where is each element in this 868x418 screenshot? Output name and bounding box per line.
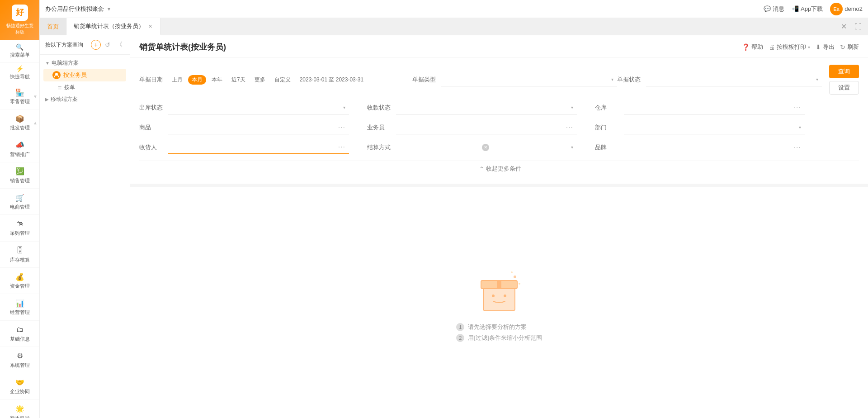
sidebar-item-system-label: 系统管理 (10, 362, 30, 368)
top-bar-dropdown-icon[interactable]: ▾ (108, 6, 110, 12)
logo-text: 畅捷通好生意 (6, 23, 33, 29)
svg-point-6 (511, 271, 513, 273)
sales-icon: 💹 (15, 167, 24, 176)
tab-home[interactable]: 首页 (40, 18, 66, 35)
staff-control[interactable]: ··· (396, 121, 577, 134)
warehouse-field: 仓库 ··· (595, 101, 805, 114)
messages-btn[interactable]: 💬 消息 (764, 5, 784, 13)
settings-button[interactable]: 设置 (829, 81, 859, 95)
order-type-field: 单据类型 ▾ (412, 73, 617, 86)
add-scheme-btn[interactable]: + (91, 40, 101, 50)
date-filter-last-month[interactable]: 上月 (168, 75, 186, 85)
sidebar-item-guide-label: 新手引导 (10, 415, 30, 418)
settlement-control[interactable]: ✕ ▾ (396, 141, 577, 154)
warehouse-label: 仓库 (595, 104, 620, 112)
hint-text-1: 请先选择要分析的方案 (468, 323, 527, 331)
avatar: Ea (830, 3, 843, 15)
date-filter-this-year[interactable]: 本年 (208, 75, 226, 85)
ship-status-arrow-icon: ▾ (343, 105, 345, 110)
sidebar-item-ecommerce-label: 电商管理 (10, 204, 30, 210)
sidebar-item-basic[interactable]: 🗂 基础信息 (0, 321, 39, 347)
order-status-control[interactable]: ▾ (646, 73, 822, 86)
guide-icon: 🌟 (15, 404, 24, 413)
collapse-row[interactable]: ⌃ 收起更多条件 (139, 161, 859, 176)
left-panel-actions: + ↺ 《 (91, 40, 124, 50)
form-row-2: 出库状态 ▾ 收款状态 ▾ (139, 101, 859, 114)
print-btn[interactable]: 🖨 按模板打印 ▾ (769, 43, 810, 51)
desktop-scheme-group-title[interactable]: ▼ 电脑端方案 (43, 57, 126, 69)
date-filter-more[interactable]: 更多 (251, 75, 269, 85)
sidebar-item-purchase[interactable]: 🛍 采购管理 (0, 215, 39, 241)
left-panel-header: 按以下方案查询 + ↺ 《 (40, 35, 130, 55)
scheme-sub-item-by-order[interactable]: ≡ 按单 (43, 81, 126, 94)
sidebar-item-wholesale[interactable]: 📦 批发管理 ▲ (0, 109, 39, 136)
settlement-clear-btn[interactable]: ✕ (482, 144, 489, 151)
refresh-scheme-btn[interactable]: ↺ (103, 40, 113, 50)
ship-status-control[interactable]: ▾ (168, 101, 349, 114)
order-status-field: 单据状态 ▾ (617, 73, 822, 86)
brand-control[interactable]: ··· (624, 141, 805, 154)
collapse-panel-btn[interactable]: 《 (114, 40, 124, 50)
sidebar-item-finance[interactable]: 💰 资金管理 (0, 268, 39, 294)
form-area: 单据日期 上月 本月 本年 近7天 更多 自定义 2023-03-01 至 20… (130, 57, 868, 184)
scheme-sub-item-label: 按单 (64, 84, 75, 91)
app-download-label: App下载 (801, 5, 823, 13)
order-type-control[interactable]: ▾ (441, 73, 617, 86)
department-control[interactable]: ▾ (624, 121, 805, 134)
date-filter-last-7days[interactable]: 近7天 (228, 75, 249, 85)
tab-sales-stats[interactable]: 销货单统计表（按业务员） ✕ (66, 18, 161, 35)
tab-fullscreen-btn[interactable]: ⛶ (853, 21, 863, 32)
sidebar-item-operation-label: 经营管理 (10, 309, 30, 315)
warehouse-dots: ··· (794, 104, 801, 112)
order-status-arrow-icon: ▾ (816, 77, 818, 82)
help-icon: ❓ (742, 43, 750, 51)
sidebar-item-retail[interactable]: 🏪 零售管理 ▼ (0, 83, 39, 109)
warehouse-control[interactable]: ··· (624, 101, 805, 114)
department-label: 部门 (595, 124, 620, 132)
wholesale-icon: 📦 (15, 114, 24, 123)
svg-point-4 (514, 276, 516, 278)
consignee-control[interactable]: ··· (168, 141, 349, 154)
left-panel-header-title: 按以下方案查询 (45, 41, 83, 49)
tab-close-btn[interactable]: ✕ (838, 21, 849, 32)
receipt-status-control[interactable]: ▾ (396, 101, 577, 114)
scheme-item-by-staff[interactable]: 按业务员 (43, 69, 126, 81)
sidebar-item-sales[interactable]: 💹 销售管理 (0, 162, 39, 189)
sidebar-item-inventory[interactable]: 🗄 库存核算 (0, 242, 39, 268)
basic-icon: 🗂 (15, 325, 24, 334)
help-btn[interactable]: ❓ 帮助 (742, 43, 763, 51)
empty-hint-2: 2 用[过滤]条件来缩小分析范围 (456, 334, 542, 342)
form-row-1: 单据日期 上月 本月 本年 近7天 更多 自定义 2023-03-01 至 20… (139, 65, 859, 95)
empty-hint-1: 1 请先选择要分析的方案 (456, 323, 542, 331)
sidebar-search[interactable]: 🔍 搜索菜单 (0, 40, 39, 62)
mobile-scheme-group-title[interactable]: ▶ 移动端方案 (43, 94, 126, 105)
user-area[interactable]: Ea demo2 (830, 3, 863, 15)
marketing-icon: 📣 (15, 141, 24, 150)
brand-field: 品牌 ··· (595, 141, 805, 154)
sidebar-item-marketing[interactable]: 📣 营销推广 (0, 136, 39, 162)
sidebar-quick-nav[interactable]: ⚡ 快捷导航 (0, 62, 39, 83)
department-field: 部门 ▾ (595, 121, 805, 134)
sidebar-item-system[interactable]: ⚙ 系统管理 (0, 347, 39, 373)
export-btn[interactable]: ⬇ 导出 (816, 43, 835, 51)
print-dropdown-icon[interactable]: ▾ (808, 45, 810, 50)
date-filter-custom[interactable]: 自定义 (271, 75, 294, 85)
sidebar-item-enterprise[interactable]: 🤝 企业协同 (0, 373, 39, 399)
help-label: 帮助 (751, 43, 763, 51)
date-range-display: 2023-03-01 至 2023-03-31 (300, 76, 363, 84)
operation-icon: 📊 (15, 299, 24, 308)
tab-close-icon[interactable]: ✕ (147, 23, 153, 29)
logo-subtitle: 标版 (15, 29, 24, 35)
date-filter-this-month[interactable]: 本月 (188, 75, 206, 85)
enterprise-icon: 🤝 (15, 378, 24, 387)
sidebar-item-operation[interactable]: 📊 经营管理 (0, 294, 39, 320)
sidebar-item-ecommerce[interactable]: 🛒 电商管理 (0, 189, 39, 215)
app-download-btn[interactable]: 📲 App下载 (792, 5, 823, 13)
messages-label: 消息 (773, 5, 784, 13)
refresh-btn[interactable]: ↻ 刷新 (840, 43, 859, 51)
sidebar-item-guide[interactable]: 🌟 新手引导 (0, 400, 39, 418)
print-icon: 🖨 (769, 43, 775, 51)
goods-control[interactable]: ··· (168, 121, 349, 134)
goods-field: 商品 ··· (139, 121, 349, 134)
query-button[interactable]: 查询 (829, 65, 859, 78)
